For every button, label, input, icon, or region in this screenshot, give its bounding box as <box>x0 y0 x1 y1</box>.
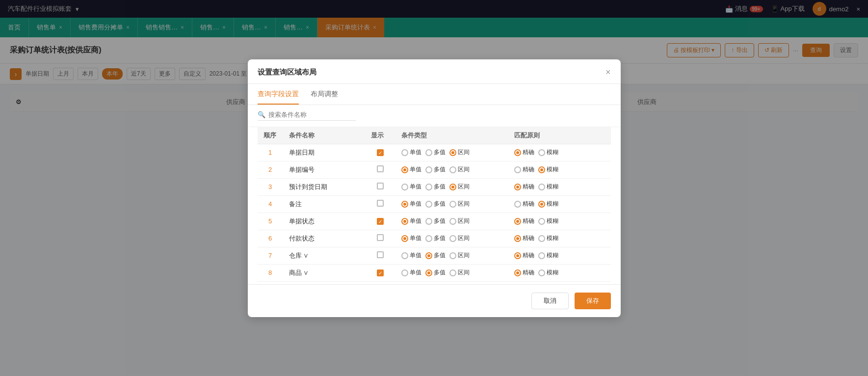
radio-circle <box>449 252 456 259</box>
row-name: 单据日期 <box>283 144 365 161</box>
match-radio-模糊[interactable]: 模糊 <box>538 217 558 225</box>
show-checkbox[interactable] <box>377 200 384 207</box>
radio-circle <box>401 252 408 259</box>
row-type: 单值多值区间 <box>395 178 508 195</box>
type-radio-区间[interactable]: 区间 <box>449 234 470 242</box>
type-radio-单值[interactable]: 单值 <box>401 183 421 191</box>
type-radio-区间[interactable]: 区间 <box>449 200 470 208</box>
match-radio-精确[interactable]: 精确 <box>514 183 534 191</box>
show-checkbox[interactable] <box>377 165 384 172</box>
match-radio-精确[interactable]: 精确 <box>514 234 534 242</box>
radio-circle <box>514 252 521 259</box>
type-radio-多值[interactable]: 多值 <box>425 234 446 242</box>
modal-tabs: 查询字段设置 布局调整 <box>248 84 621 105</box>
tab-query-fields[interactable]: 查询字段设置 <box>258 90 299 105</box>
type-radio-多值[interactable]: 多值 <box>425 183 446 191</box>
type-radio-单值[interactable]: 单值 <box>401 269 421 277</box>
type-radio-多值[interactable]: 多值 <box>425 148 446 157</box>
row-name: 单据编号 <box>283 161 365 178</box>
radio-circle <box>425 149 432 156</box>
radio-circle <box>401 269 408 276</box>
radio-circle <box>538 235 545 242</box>
type-radio-区间[interactable]: 区间 <box>449 217 470 225</box>
row-name: 仓库 ∨ <box>283 247 365 264</box>
row-type: 单值多值区间 <box>395 161 508 178</box>
radio-circle <box>514 149 521 156</box>
row-show[interactable]: ✓ <box>365 264 396 281</box>
match-radio-精确[interactable]: 精确 <box>514 269 534 277</box>
radio-circle <box>538 218 545 225</box>
type-radio-多值[interactable]: 多值 <box>425 217 446 225</box>
modal-close-button[interactable]: × <box>605 67 611 78</box>
type-radio-多值[interactable]: 多值 <box>425 165 446 174</box>
match-radio-模糊[interactable]: 模糊 <box>538 269 558 277</box>
type-radio-单值[interactable]: 单值 <box>401 148 421 157</box>
row-show[interactable]: ✓ <box>365 144 396 161</box>
type-radio-单值[interactable]: 单值 <box>401 217 421 225</box>
row-match: 精确模糊 <box>508 178 611 195</box>
modal-search-area: 🔍 <box>248 105 621 127</box>
show-checkbox[interactable]: ✓ <box>377 269 384 276</box>
row-type: 单值多值区间 <box>395 195 508 213</box>
row-show[interactable] <box>365 230 396 247</box>
radio-circle <box>425 235 432 242</box>
row-order: 4 <box>258 195 283 213</box>
type-radio-单值[interactable]: 单值 <box>401 200 421 208</box>
row-show[interactable] <box>365 178 396 195</box>
match-radio-模糊[interactable]: 模糊 <box>538 251 558 260</box>
row-show[interactable] <box>365 161 396 178</box>
type-radio-多值[interactable]: 多值 <box>425 269 446 277</box>
type-radio-区间[interactable]: 区间 <box>449 269 470 277</box>
radio-circle <box>425 269 432 276</box>
row-show[interactable] <box>365 247 396 264</box>
row-show[interactable]: ✓ <box>365 213 396 230</box>
radio-circle <box>538 149 545 156</box>
table-row: 7仓库 ∨单值多值区间精确模糊 <box>258 247 611 264</box>
match-radio-模糊[interactable]: 模糊 <box>538 183 558 191</box>
th-show: 显示 <box>365 127 396 144</box>
match-radio-精确[interactable]: 精确 <box>514 165 534 174</box>
row-order: 1 <box>258 144 283 161</box>
type-radio-单值[interactable]: 单值 <box>401 165 421 174</box>
show-checkbox[interactable] <box>377 183 384 189</box>
radio-circle <box>449 235 456 242</box>
radio-circle <box>401 166 408 173</box>
row-name: 单据状态 <box>283 213 365 230</box>
row-order: 3 <box>258 178 283 195</box>
match-radio-模糊[interactable]: 模糊 <box>538 234 558 242</box>
th-name: 条件名称 <box>283 127 365 144</box>
type-radio-区间[interactable]: 区间 <box>449 165 470 174</box>
search-icon: 🔍 <box>258 111 265 118</box>
match-radio-精确[interactable]: 精确 <box>514 217 534 225</box>
type-radio-区间[interactable]: 区间 <box>449 148 470 157</box>
show-checkbox[interactable]: ✓ <box>377 218 384 225</box>
show-checkbox[interactable] <box>377 251 384 258</box>
match-radio-模糊[interactable]: 模糊 <box>538 165 558 174</box>
show-checkbox[interactable] <box>377 234 384 241</box>
modal-overlay: 设置查询区域布局 × 查询字段设置 布局调整 🔍 顺序 <box>0 0 868 281</box>
row-name: 商品 ∨ <box>283 264 365 281</box>
radio-circle <box>449 166 456 173</box>
match-radio-精确[interactable]: 精确 <box>514 148 534 157</box>
match-radio-精确[interactable]: 精确 <box>514 251 534 260</box>
row-order: 5 <box>258 213 283 230</box>
match-radio-模糊[interactable]: 模糊 <box>538 200 558 208</box>
tab-layout[interactable]: 布局调整 <box>311 90 338 105</box>
type-radio-多值[interactable]: 多值 <box>425 200 446 208</box>
show-checkbox[interactable]: ✓ <box>377 149 384 156</box>
row-type: 单值多值区间 <box>395 247 508 264</box>
radio-circle <box>538 269 545 276</box>
type-radio-区间[interactable]: 区间 <box>449 251 470 260</box>
row-show[interactable] <box>365 195 396 213</box>
type-radio-单值[interactable]: 单值 <box>401 234 421 242</box>
type-radio-多值[interactable]: 多值 <box>425 251 446 260</box>
match-radio-精确[interactable]: 精确 <box>514 200 534 208</box>
type-radio-区间[interactable]: 区间 <box>449 183 470 191</box>
search-input[interactable] <box>268 111 347 118</box>
radio-circle <box>401 218 408 225</box>
type-radio-单值[interactable]: 单值 <box>401 251 421 260</box>
radio-circle <box>425 166 432 173</box>
radio-circle <box>538 184 545 190</box>
match-radio-模糊[interactable]: 模糊 <box>538 148 558 157</box>
radio-circle <box>449 149 456 156</box>
